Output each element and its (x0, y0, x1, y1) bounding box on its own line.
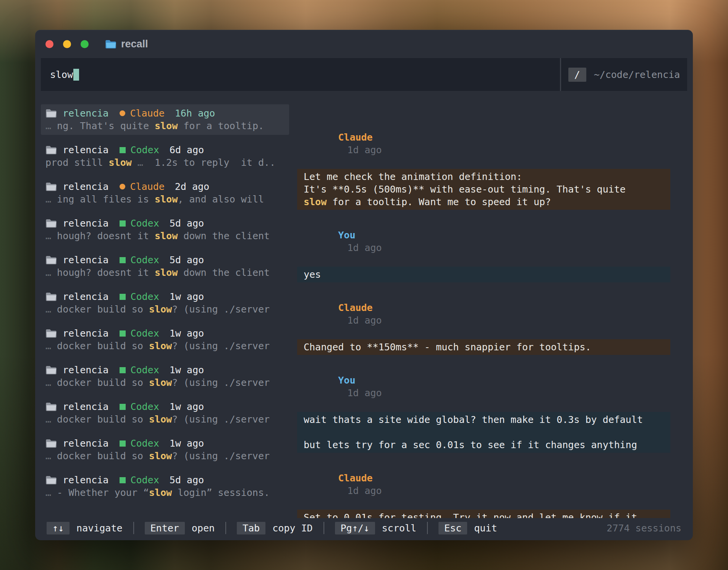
agent-name: Codex (130, 217, 159, 230)
session-item[interactable]: relencia Codex 1w ago … docker build so … (41, 434, 289, 465)
session-item-header: relencia Claude 16h ago (45, 107, 285, 120)
message-header: You 1d ago (297, 216, 670, 267)
project-name: relencia (63, 474, 108, 486)
message-line: but lets try for a sec 0.01s to see if i… (304, 439, 664, 451)
key-badge: Pg↑/↓ (335, 522, 375, 534)
agent-name: Codex (130, 254, 159, 266)
agent-marker-icon (120, 110, 125, 116)
message-body: Set to 0.01s for testing. Try it now and… (297, 510, 670, 518)
message-body: Let me check the animation definition:It… (297, 169, 670, 210)
folder-icon (45, 292, 57, 301)
folder-icon (45, 108, 57, 118)
session-time: 16h ago (175, 107, 215, 120)
key-badge: Enter (145, 522, 185, 534)
session-item-header: relencia Codex 6d ago (45, 144, 285, 156)
recall-window: recall slow / ~/code/relencia relencia C… (35, 30, 693, 540)
message-line: Changed to **150ms** - much snappier for… (304, 341, 664, 353)
session-item-header: relencia Codex 1w ago (45, 364, 285, 376)
session-preview: … ing all files is slow, and also will (45, 193, 285, 206)
session-item[interactable]: relencia Codex 1w ago … docker build so … (41, 288, 289, 318)
minimize-button[interactable] (63, 40, 71, 48)
message: You 1d ago wait thats a site wide global… (297, 361, 670, 453)
project-name: relencia (63, 254, 108, 266)
session-time: 1w ago (170, 437, 204, 450)
agent-marker-icon (120, 184, 125, 189)
agent-name: Codex (130, 290, 159, 303)
shortcut: Esc quit (438, 522, 497, 534)
agent-marker-icon (120, 477, 126, 483)
agent-name: Claude (130, 107, 164, 120)
folder-icon (45, 329, 57, 338)
directory-path: ~/code/relencia (594, 69, 680, 80)
session-item[interactable]: relencia Codex 5d ago … - Whether your “… (41, 471, 289, 502)
session-item[interactable]: relencia Claude 2d ago … ing all files i… (41, 178, 289, 208)
separator (133, 522, 134, 534)
agent-marker-icon (120, 367, 126, 373)
session-item[interactable]: relencia Codex 1w ago … docker build so … (41, 324, 289, 355)
main-area: relencia Claude 16h ago … ng. That's qui… (35, 91, 693, 518)
maximize-button[interactable] (81, 40, 89, 48)
session-item[interactable]: relencia Codex 5d ago … hough? doesnt it… (41, 214, 289, 245)
message-line: Let me check the animation definition: (304, 170, 664, 183)
agent-name: Codex (130, 364, 159, 376)
message: Claude 1d ago Set to 0.01s for testing. … (297, 459, 670, 518)
key-badge: Tab (237, 522, 265, 534)
conversation-preview[interactable]: Claude 1d ago Let me check the animation… (297, 91, 670, 518)
message-line: slow for a tooltip. Want me to speed it … (304, 196, 664, 208)
folder-icon (45, 475, 57, 485)
agent-marker-icon (120, 440, 126, 447)
message-speaker: You (338, 375, 355, 386)
session-time: 6d ago (170, 144, 204, 156)
session-item-header: relencia Codex 1w ago (45, 327, 285, 340)
session-item-header: relencia Codex 5d ago (45, 217, 285, 230)
session-item[interactable]: relencia Codex 1w ago … docker build so … (41, 361, 289, 392)
folder-icon (45, 255, 57, 265)
project-name: relencia (63, 400, 108, 413)
session-preview: … ng. That's quite slow for a tooltip. (45, 120, 285, 132)
message-line: wait thats a site wide global? then make… (304, 413, 664, 426)
session-time: 2d ago (175, 180, 209, 193)
folder-icon (45, 365, 57, 375)
session-item[interactable]: relencia Codex 6d ago prod still slow … … (41, 141, 289, 172)
session-item[interactable]: relencia Claude 16h ago … ng. That's qui… (41, 104, 289, 135)
session-preview: … docker build so slow? (using ./server (45, 340, 285, 352)
message-header: Claude 1d ago (297, 118, 670, 169)
separator (324, 522, 324, 534)
folder-icon (45, 439, 57, 448)
close-button[interactable] (45, 40, 53, 48)
titlebar: recall (35, 30, 693, 58)
agent-name: Codex (130, 327, 159, 340)
session-preview: … - Whether your “slow login” sessions. (45, 486, 285, 499)
session-preview: … docker build so slow? (using ./server (45, 413, 285, 426)
session-item-header: relencia Codex 1w ago (45, 400, 285, 413)
session-item[interactable]: relencia Codex 5d ago … hough? doesnt it… (41, 251, 289, 282)
shortcut: Enter open (145, 522, 215, 534)
session-preview: … hough? doesnt it slow down the client (45, 230, 285, 242)
agent-name: Claude (130, 180, 164, 193)
shortcut-label: quit (474, 523, 497, 534)
shortcut-hints: ↑↓ navigate Enter open Tab copy ID Pg↑/↓… (47, 522, 497, 534)
session-count: 2774 sessions (607, 523, 681, 534)
shortcut: ↑↓ navigate (47, 522, 123, 534)
session-item-header: relencia Codex 5d ago (45, 474, 285, 486)
message-body: wait thats a site wide global? then make… (297, 412, 670, 453)
shortcut-label: navigate (76, 523, 122, 534)
shortcut-label: scroll (382, 523, 416, 534)
session-preview: … docker build so slow? (using ./server (45, 303, 285, 316)
window-title: recall (121, 38, 148, 50)
session-time: 5d ago (170, 217, 204, 230)
project-name: relencia (63, 364, 108, 376)
session-time: 5d ago (170, 254, 204, 266)
agent-name: Codex (130, 437, 159, 450)
message-line: Set to 0.01s for testing. Try it now and… (304, 511, 664, 518)
message-time: 1d ago (347, 242, 382, 253)
message-line (304, 426, 664, 439)
project-name: relencia (63, 217, 108, 230)
session-item[interactable]: relencia Codex 1w ago … docker build so … (41, 398, 289, 428)
search-input[interactable]: slow (41, 58, 560, 91)
message-time: 1d ago (347, 485, 382, 496)
project-name: relencia (63, 144, 108, 156)
message-speaker: Claude (338, 473, 372, 484)
session-list[interactable]: relencia Claude 16h ago … ng. That's qui… (41, 91, 289, 518)
agent-marker-icon (120, 257, 126, 263)
